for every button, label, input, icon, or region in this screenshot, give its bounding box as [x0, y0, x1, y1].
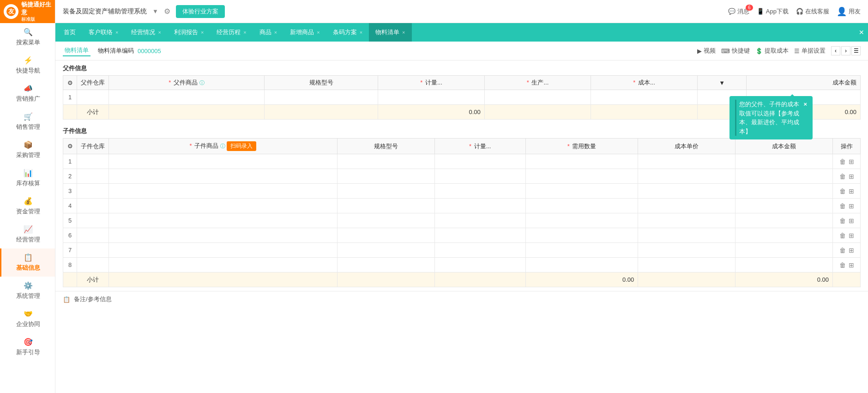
message-btn[interactable]: 💬 消息 6 [728, 7, 749, 16]
child-product-8[interactable] [109, 258, 338, 272]
child-unit-cost-8[interactable] [638, 258, 735, 272]
tab-close-barcode[interactable]: × [360, 30, 362, 35]
child-qty-4[interactable] [525, 199, 638, 213]
child-spec-4[interactable] [337, 199, 434, 213]
sidebar-item-quick_nav[interactable]: ⚡快捷导航 [0, 51, 55, 79]
delete-icon-2[interactable]: 🗑 [839, 173, 846, 180]
copy-icon-2[interactable]: ⊞ [849, 173, 854, 180]
nav-tab-home[interactable]: 首页 [57, 23, 82, 42]
online-service-btn[interactable]: 🎧 在线客服 [796, 7, 829, 16]
child-cost-amount-8[interactable] [735, 258, 833, 272]
child-spec-3[interactable] [337, 184, 434, 199]
child-unit-cost-3[interactable] [638, 184, 735, 199]
child-cost-amount-6[interactable] [735, 228, 833, 243]
child-spec-7[interactable] [337, 243, 434, 258]
copy-icon-5[interactable]: ⊞ [849, 217, 854, 224]
nav-tab-profit[interactable]: 利润报告× [168, 23, 210, 42]
copy-icon-4[interactable]: ⊞ [849, 202, 854, 210]
child-qty-6[interactable] [525, 228, 638, 243]
child-qty-7[interactable] [525, 243, 638, 258]
child-spec-5[interactable] [337, 213, 434, 228]
single-settings-action[interactable]: ☰ 单据设置 [794, 47, 826, 55]
child-unit-5[interactable] [434, 213, 525, 228]
child-warehouse-7[interactable] [77, 243, 109, 258]
dropdown-icon[interactable]: ▼ [152, 8, 158, 15]
child-product-4[interactable] [109, 199, 338, 213]
nav-tab-operation[interactable]: 经营情况× [125, 23, 167, 42]
sidebar-item-sales[interactable]: 🛒销售管理 [0, 108, 55, 136]
child-unit-cost-7[interactable] [638, 243, 735, 258]
child-product-2[interactable] [109, 169, 338, 184]
copy-icon-8[interactable]: ⊞ [849, 261, 854, 269]
nav-tab-goods[interactable]: 商品× [253, 23, 283, 42]
child-cost-amount-1[interactable] [735, 154, 833, 169]
sidebar-item-purchase[interactable]: 📦采购管理 [0, 136, 55, 164]
tab-close-operation[interactable]: × [158, 30, 161, 35]
copy-icon-3[interactable]: ⊞ [849, 187, 854, 195]
tab-close-new_goods[interactable]: × [317, 30, 319, 35]
tab-close-customer[interactable]: × [115, 30, 118, 35]
child-warehouse-8[interactable] [77, 258, 109, 272]
sidebar-item-search[interactable]: 🔍搜索菜单 [0, 23, 55, 51]
scan-btn[interactable]: 扫码录入 [227, 141, 256, 151]
sidebar-item-system[interactable]: ⚙️系统管理 [0, 277, 55, 305]
app-download-btn[interactable]: 📱 App下载 [757, 7, 789, 16]
tab-close-goods[interactable]: × [274, 30, 277, 35]
child-unit-3[interactable] [434, 184, 525, 199]
tab-close-history[interactable]: × [243, 30, 246, 35]
sidebar-item-finance[interactable]: 💰资金管理 [0, 192, 55, 220]
sidebar-item-basic[interactable]: 📋基础信息 [0, 248, 55, 277]
child-warehouse-1[interactable] [77, 154, 109, 169]
copy-icon-1[interactable]: ⊞ [849, 158, 854, 165]
delete-icon-6[interactable]: 🗑 [839, 232, 846, 239]
delete-icon-7[interactable]: 🗑 [839, 247, 846, 254]
child-qty-2[interactable] [525, 169, 638, 184]
sidebar-item-collab[interactable]: 🤝企业协同 [0, 305, 55, 333]
child-spec-2[interactable] [337, 169, 434, 184]
nav-tab-new_goods[interactable]: 新增商品× [283, 23, 326, 42]
user-btn[interactable]: 👤 用友 [837, 6, 861, 17]
child-unit-7[interactable] [434, 243, 525, 258]
parent-spec-cell[interactable] [264, 90, 378, 105]
extract-cost-action[interactable]: 💲 提取成本 [755, 47, 789, 55]
child-unit-2[interactable] [434, 169, 525, 184]
child-qty-8[interactable] [525, 258, 638, 272]
close-all-btn[interactable]: ✕ [857, 29, 866, 36]
settings-icon[interactable]: ⚙ [164, 7, 170, 16]
list-view-btn[interactable]: ☰ [851, 46, 861, 55]
child-unit-cost-5[interactable] [638, 213, 735, 228]
parent-product-cell[interactable] [109, 90, 265, 105]
sidebar-item-guide[interactable]: 🎯新手引导 [0, 333, 55, 361]
child-unit-6[interactable] [434, 228, 525, 243]
delete-icon-1[interactable]: 🗑 [839, 158, 846, 165]
child-warehouse-3[interactable] [77, 184, 109, 199]
parent-produce-cell[interactable] [484, 90, 591, 105]
sub-tab-bom[interactable]: 物料清单 [63, 45, 90, 56]
child-product-7[interactable] [109, 243, 338, 258]
child-product-5[interactable] [109, 213, 338, 228]
child-cost-amount-2[interactable] [735, 169, 833, 184]
nav-tab-barcode[interactable]: 条码方案× [326, 23, 369, 42]
parent-warehouse-cell[interactable] [77, 90, 109, 105]
delete-icon-3[interactable]: 🗑 [839, 187, 846, 195]
tab-close-bom[interactable]: × [402, 30, 405, 35]
prev-arrow[interactable]: ‹ [831, 46, 840, 55]
child-qty-1[interactable] [525, 154, 638, 169]
view-action[interactable]: ▶ 视频 [697, 47, 716, 55]
child-unit-4[interactable] [434, 199, 525, 213]
child-unit-cost-2[interactable] [638, 169, 735, 184]
child-product-6[interactable] [109, 228, 338, 243]
delete-icon-4[interactable]: 🗑 [839, 202, 846, 210]
copy-icon-7[interactable]: ⊞ [849, 247, 854, 254]
shortcut-action[interactable]: ⌨ 快捷键 [721, 47, 750, 55]
child-unit-1[interactable] [434, 154, 525, 169]
parent-gear-col[interactable]: ⚙ [63, 76, 77, 90]
child-unit-cost-1[interactable] [638, 154, 735, 169]
child-spec-6[interactable] [337, 228, 434, 243]
child-cost-amount-5[interactable] [735, 213, 833, 228]
child-cost-amount-7[interactable] [735, 243, 833, 258]
copy-icon-6[interactable]: ⊞ [849, 232, 854, 239]
sidebar-item-ops[interactable]: 📈经营管理 [0, 220, 55, 248]
nav-tab-bom[interactable]: 物料清单× [369, 23, 411, 42]
child-unit-cost-4[interactable] [638, 199, 735, 213]
